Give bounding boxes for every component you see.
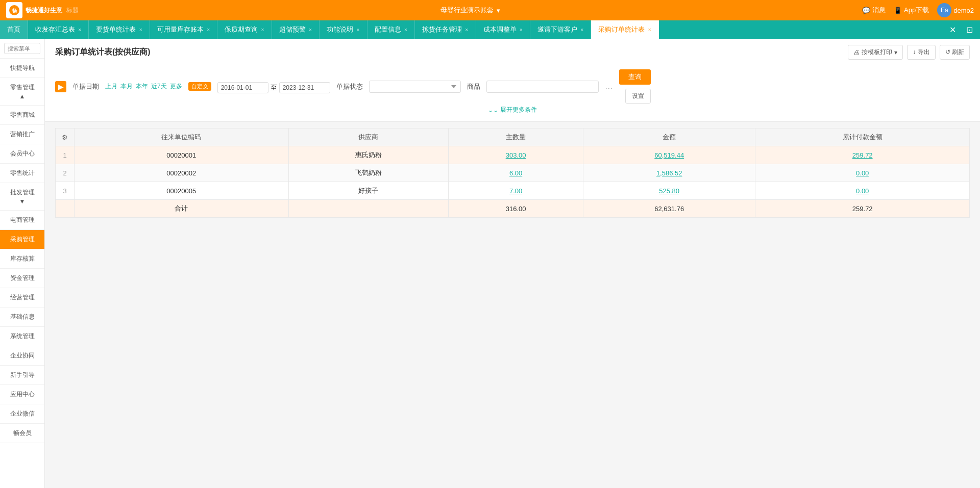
tab-pick-task[interactable]: 拣货任务管理 × xyxy=(415,20,476,39)
status-filter-select[interactable] xyxy=(369,81,461,93)
paid-link[interactable]: 259.72 xyxy=(852,151,873,159)
cell-paid: 0.00 xyxy=(755,164,970,182)
tab-home[interactable]: 首页 xyxy=(0,20,28,39)
col-amount: 金额 xyxy=(583,129,755,146)
sidebar-item-batch-mgmt[interactable]: 批发管理 ▼ xyxy=(0,183,44,211)
product-filter-input[interactable] xyxy=(486,81,599,93)
tab-function-desc-close[interactable]: × xyxy=(356,27,359,33)
tab-purchase-stats[interactable]: 采购订单统计表 × xyxy=(591,20,658,39)
cell-code: 00020005 xyxy=(75,182,289,200)
tab-order-stats-label: 要货单统计表 xyxy=(96,25,136,34)
settings-button[interactable]: 设置 xyxy=(625,89,651,104)
date-from-input[interactable] xyxy=(217,82,268,93)
tab-function-desc[interactable]: 功能说明 × xyxy=(320,20,367,39)
tab-expiry-query-close[interactable]: × xyxy=(261,27,264,33)
tab-invite-downstream-label: 邀请下游客户 xyxy=(537,25,577,34)
qty-link[interactable]: 6.00 xyxy=(509,169,522,177)
tab-purchase-stats-close[interactable]: × xyxy=(648,27,651,33)
shortcut-this-month[interactable]: 本月 xyxy=(120,82,133,91)
amount-link[interactable]: 525.80 xyxy=(659,187,679,195)
tab-receive-summary[interactable]: 收发存汇总表 × xyxy=(28,20,89,39)
close-all-tabs-btn[interactable]: ✕ xyxy=(946,24,959,36)
sidebar-item-member-center[interactable]: 会员中心 xyxy=(0,144,44,164)
sidebar-item-vip[interactable]: 畅会员 xyxy=(0,424,44,443)
sidebar-item-app-center[interactable]: 应用中心 xyxy=(0,385,44,404)
tab-overstock-warning[interactable]: 超储预警 × xyxy=(272,20,320,39)
date-to-input[interactable] xyxy=(279,82,330,93)
col-code: 往来单位编码 xyxy=(75,129,289,146)
tab-cost-adjust-close[interactable]: × xyxy=(520,27,523,33)
footer-empty-1 xyxy=(56,200,75,218)
tab-invite-downstream[interactable]: 邀请下游客户 × xyxy=(530,20,591,39)
sidebar-item-corp-collab[interactable]: 企业协同 xyxy=(0,346,44,366)
search-input[interactable] xyxy=(4,43,40,54)
shortcut-7days[interactable]: 近7天 xyxy=(151,82,167,91)
paid-link[interactable]: 0.00 xyxy=(856,169,869,177)
app-download-action[interactable]: 📱 App下载 xyxy=(894,6,929,15)
date-range: 至 xyxy=(217,82,330,93)
logo-area: 畅 畅捷通好生意 xyxy=(6,2,62,18)
sidebar-item-new-guide[interactable]: 新手引导 xyxy=(0,366,44,385)
sidebar-item-corp-wechat[interactable]: 企业微信 xyxy=(0,404,44,424)
sidebar-item-quick-nav[interactable]: 快捷导航 xyxy=(0,59,44,78)
svg-text:畅: 畅 xyxy=(12,8,17,13)
query-button[interactable]: 查询 xyxy=(619,69,651,85)
more-filter-dots[interactable]: … xyxy=(605,82,613,91)
filter-toggle-btn[interactable]: ▶ xyxy=(55,81,66,92)
sidebar-item-stock-check[interactable]: 库存核算 xyxy=(0,249,44,269)
amount-link[interactable]: 60,519.44 xyxy=(654,151,684,159)
account-dropdown[interactable]: 母婴行业演示账套 ▾ xyxy=(440,6,500,15)
cell-supplier: 惠氏奶粉 xyxy=(288,146,449,164)
user-area[interactable]: Ea demo2 xyxy=(937,3,974,17)
date-separator: 至 xyxy=(271,83,277,92)
shortcut-this-year[interactable]: 本年 xyxy=(136,82,148,91)
sidebar-item-sys-mgmt[interactable]: 系统管理 xyxy=(0,327,44,346)
qty-link[interactable]: 303.00 xyxy=(506,151,526,159)
maximize-btn[interactable]: ⊡ xyxy=(963,24,976,36)
export-button[interactable]: ↓ 导出 xyxy=(907,45,935,60)
table-body: 1 00020001 惠氏奶粉 303.00 60,519.44 259.72 … xyxy=(56,146,970,200)
tab-order-stats-close[interactable]: × xyxy=(139,27,142,33)
template-print-button[interactable]: 🖨 按模板打印 ▾ xyxy=(848,45,903,60)
tab-config-info[interactable]: 配置信息 × xyxy=(368,20,415,39)
settings-icon[interactable]: ⚙ xyxy=(62,134,68,141)
sidebar-item-purchase-mgmt[interactable]: 采购管理 xyxy=(0,230,44,249)
sidebar-item-new-guide-label: 新手引导 xyxy=(10,371,35,379)
tab-config-info-close[interactable]: × xyxy=(404,27,407,33)
tab-cost-adjust[interactable]: 成本调整单 × xyxy=(476,20,530,39)
tab-receive-summary-close[interactable]: × xyxy=(78,27,81,33)
expand-more-icon: ⌄⌄ xyxy=(488,107,498,114)
shortcut-last-month[interactable]: 上月 xyxy=(105,82,117,91)
dropdown-chevron-icon: ▾ xyxy=(497,7,500,14)
paid-link[interactable]: 0.00 xyxy=(856,187,869,195)
sidebar-item-basic-info[interactable]: 基础信息 xyxy=(0,307,44,327)
tab-invite-downstream-close[interactable]: × xyxy=(580,27,583,33)
refresh-button[interactable]: ↺ 刷新 xyxy=(940,45,970,60)
logo-text: 畅捷通好生意 xyxy=(26,6,62,15)
shortcut-more[interactable]: 更多 xyxy=(170,82,182,91)
sidebar-item-fund-mgmt[interactable]: 资金管理 xyxy=(0,269,44,288)
tab-overstock-warning-close[interactable]: × xyxy=(309,27,312,33)
qty-link[interactable]: 7.00 xyxy=(509,187,522,195)
sidebar-item-retail-stats[interactable]: 零售统计 xyxy=(0,164,44,183)
sidebar-item-ecom-mgmt[interactable]: 电商管理 xyxy=(0,211,44,230)
sidebar-item-marketing[interactable]: 营销推广 xyxy=(0,125,44,144)
sidebar-item-retail-mgmt[interactable]: 零售管理 ▲ xyxy=(0,78,44,106)
cell-amount: 60,519.44 xyxy=(583,146,755,164)
tab-expiry-query[interactable]: 保质期查询 × xyxy=(217,20,272,39)
message-action[interactable]: 💬 消息 xyxy=(862,6,886,15)
sidebar: 快捷导航 零售管理 ▲ 零售商城 营销推广 会员中心 零售统计 批发管理 ▼ 电… xyxy=(0,39,45,488)
expand-more-btn[interactable]: ⌄⌄ 展开更多条件 xyxy=(55,104,970,116)
tab-available-stock-close[interactable]: × xyxy=(207,27,210,33)
tab-pick-task-close[interactable]: × xyxy=(465,27,468,33)
tab-available-stock[interactable]: 可用量库存账本 × xyxy=(150,20,217,39)
cell-num: 2 xyxy=(56,164,75,182)
expand-more-label: 展开更多条件 xyxy=(500,106,537,114)
sidebar-item-retail-shop[interactable]: 零售商城 xyxy=(0,106,44,125)
amount-link[interactable]: 1,586.52 xyxy=(656,169,682,177)
sidebar-item-app-center-label: 应用中心 xyxy=(10,390,35,399)
sidebar-item-ops-mgmt[interactable]: 经营管理 xyxy=(0,288,44,307)
tab-order-stats[interactable]: 要货单统计表 × xyxy=(89,20,150,39)
top-bar-left: 畅 畅捷通好生意 标题 xyxy=(6,2,79,18)
cell-code: 00020001 xyxy=(75,146,289,164)
